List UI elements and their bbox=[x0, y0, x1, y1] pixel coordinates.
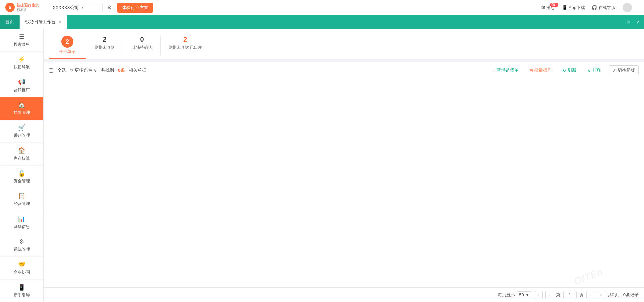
sidebar-item-enterprise[interactable]: 🤝 企业协同 bbox=[0, 257, 43, 280]
tab-home[interactable]: 首页 bbox=[0, 15, 20, 29]
enterprise-icon: 🤝 bbox=[18, 261, 25, 268]
page-size-value: 50 bbox=[519, 292, 524, 297]
sidebar-item-marketing[interactable]: 📢 营销推广 bbox=[0, 74, 43, 97]
sidebar-label-purchase: 采购管理 bbox=[14, 133, 30, 138]
page-prefix-label: 第 bbox=[556, 292, 560, 298]
next-page-icon: › bbox=[590, 293, 591, 297]
online-service-btn[interactable]: 🎧 在线客服 bbox=[592, 5, 616, 11]
next-page-btn[interactable]: › bbox=[586, 291, 594, 299]
first-page-icon: « bbox=[537, 293, 540, 297]
stat-count-pending: 0 bbox=[140, 36, 144, 43]
stat-count-all: 2 bbox=[61, 36, 73, 48]
message-icon: ✉ bbox=[541, 5, 545, 10]
page-size-select: 每页显示 50 ▼ bbox=[498, 291, 532, 298]
prev-page-icon: ‹ bbox=[549, 293, 550, 297]
header-right: ✉ 消息 99+ 📱 App下载 🎧 在线客服 bbox=[541, 3, 639, 12]
message-badge: 99+ bbox=[550, 3, 558, 7]
message-btn[interactable]: ✉ 消息 99+ bbox=[541, 5, 555, 11]
sidebar-item-sales[interactable]: 🏠 销售管理 bbox=[0, 97, 43, 120]
tab-minimize-icon[interactable]: ✕ bbox=[625, 18, 632, 26]
stat-tab-overdue[interactable]: 2 到期未收款 bbox=[86, 33, 123, 59]
sidebar-item-base-info[interactable]: 📊 基础信息 bbox=[0, 211, 43, 234]
logo-badge: 标准版 bbox=[17, 8, 39, 12]
sidebar-label-finance: 资金管理 bbox=[14, 178, 30, 184]
print-icon: 🖨 bbox=[587, 68, 591, 73]
page-size-label: 每页显示 bbox=[498, 292, 515, 298]
stat-tab-overdue-shipped[interactable]: 2 到期未收款 已出库 bbox=[161, 33, 210, 59]
app-download-icon: 📱 bbox=[562, 5, 567, 10]
sidebar-item-inventory[interactable]: 🏠 库存核算 bbox=[0, 143, 43, 166]
stat-count-overdue-shipped: 2 bbox=[183, 36, 187, 43]
logo-icon: 6 bbox=[5, 3, 15, 12]
sidebar-item-purchase[interactable]: 🛒 采购管理 bbox=[0, 120, 43, 143]
online-service-label: 在线客服 bbox=[598, 5, 616, 11]
company-selector[interactable]: XXXXXX公司 ▼ bbox=[49, 3, 103, 12]
avatar[interactable] bbox=[623, 3, 632, 12]
stats-tabs: 2 全部单据 2 到期未收款 0 旺辅待确认 2 到期未收款 已出库 bbox=[44, 29, 644, 59]
add-order-label: + 新增销货单 bbox=[493, 67, 519, 73]
app-download-btn[interactable]: 📱 App下载 bbox=[562, 5, 585, 11]
sidebar-label-newcomer: 新手引导 bbox=[14, 292, 30, 298]
sidebar-label-base-info: 基础信息 bbox=[14, 224, 30, 230]
sidebar-item-operations[interactable]: 📋 经营管理 bbox=[0, 188, 43, 211]
finance-icon: 🔒 bbox=[18, 170, 25, 177]
tab-close-icon[interactable]: × bbox=[59, 20, 61, 24]
tab-active[interactable]: 钱货日清工作台 × bbox=[20, 15, 67, 29]
stat-tab-pending[interactable]: 0 旺辅待确认 bbox=[123, 33, 160, 59]
logo-area: 6 畅捷通好生意 标准版 bbox=[5, 3, 49, 12]
sidebar-item-newcomer[interactable]: 📱 新手引导 bbox=[0, 280, 43, 302]
switch-label: 切换新版 bbox=[618, 67, 635, 73]
select-all-label: 全选 bbox=[57, 67, 66, 73]
app-download-label: App下载 bbox=[569, 5, 585, 11]
stat-label-overdue-shipped: 到期未收款 已出库 bbox=[169, 45, 202, 50]
refresh-label: 刷新 bbox=[568, 67, 576, 73]
sidebar-item-search-menu[interactable]: ☰ 搜索菜单 bbox=[0, 29, 43, 52]
sidebar-item-system[interactable]: ⚙ 系统管理 bbox=[0, 234, 43, 257]
page-number-input[interactable] bbox=[563, 291, 577, 299]
settings-icon[interactable]: ⚙ bbox=[106, 3, 113, 12]
search-menu-icon: ☰ bbox=[19, 33, 24, 40]
filter-btn[interactable]: ▽ 更多条件 ∨ bbox=[70, 67, 97, 73]
experience-btn[interactable]: 体验行业方案 bbox=[117, 3, 153, 13]
page-size-box[interactable]: 50 ▼ bbox=[517, 291, 532, 298]
first-page-btn[interactable]: « bbox=[535, 291, 543, 299]
company-name: XXXXXX公司 bbox=[53, 5, 79, 11]
refresh-btn[interactable]: ↻ 刷新 bbox=[559, 66, 580, 75]
marketing-icon: 📢 bbox=[18, 78, 25, 86]
tab-active-label: 钱货日清工作台 bbox=[25, 19, 56, 25]
company-dropdown-arrow: ▼ bbox=[81, 6, 84, 9]
stat-label-pending: 旺辅待确认 bbox=[132, 45, 152, 50]
switch-version-btn[interactable]: ⤢ 切换新版 bbox=[609, 65, 639, 75]
sidebar-label-quick-nav: 快捷导航 bbox=[14, 64, 30, 70]
page-size-dropdown-icon: ▼ bbox=[525, 292, 530, 297]
logo-text: 畅捷通好生意 bbox=[17, 3, 39, 7]
stat-tab-all[interactable]: 2 全部单据 bbox=[49, 33, 86, 59]
tab-expand-icon[interactable]: ⤢ bbox=[635, 18, 641, 26]
refresh-icon: ↻ bbox=[562, 68, 566, 73]
top-header: 6 畅捷通好生意 标准版 XXXXXX公司 ▼ ⚙ 体验行业方案 ✉ 消息 99… bbox=[0, 0, 644, 15]
inventory-icon: 🏠 bbox=[18, 147, 25, 154]
filter-dropdown-icon: ∨ bbox=[94, 68, 97, 73]
sidebar: ☰ 搜索菜单 ⚡ 快捷导航 📢 营销推广 🏠 销售管理 🛒 采购管理 🏠 库存核… bbox=[0, 29, 44, 302]
sidebar-label-operations: 经营管理 bbox=[14, 201, 30, 207]
sidebar-label-search-menu: 搜索菜单 bbox=[14, 42, 30, 47]
purchase-icon: 🛒 bbox=[18, 124, 25, 131]
sidebar-item-finance[interactable]: 🔒 资金管理 bbox=[0, 166, 43, 188]
last-page-icon: » bbox=[600, 293, 602, 297]
tab-home-label: 首页 bbox=[5, 19, 14, 25]
stat-label-all: 全部单据 bbox=[59, 49, 75, 55]
last-page-btn[interactable]: » bbox=[597, 291, 605, 299]
batch-btn[interactable]: ⊞ 批量操作 bbox=[526, 66, 555, 75]
total-info: 共0页，0条记录 bbox=[608, 292, 639, 298]
select-all-checkbox[interactable] bbox=[49, 68, 53, 73]
sidebar-label-inventory: 库存核算 bbox=[14, 156, 30, 161]
print-btn[interactable]: 🖨 打印 bbox=[584, 66, 605, 75]
quick-nav-icon: ⚡ bbox=[18, 56, 25, 63]
print-label: 打印 bbox=[593, 67, 601, 73]
sidebar-item-quick-nav[interactable]: ⚡ 快捷导航 bbox=[0, 52, 43, 74]
pagination-bar: 每页显示 50 ▼ « ‹ 第 页 › » 共0页，0条记录 bbox=[44, 287, 644, 302]
sidebar-label-enterprise: 企业协同 bbox=[14, 269, 30, 275]
add-order-btn[interactable]: + 新增销货单 bbox=[490, 66, 522, 75]
prev-page-btn[interactable]: ‹ bbox=[545, 291, 553, 299]
system-icon: ⚙ bbox=[19, 238, 24, 245]
